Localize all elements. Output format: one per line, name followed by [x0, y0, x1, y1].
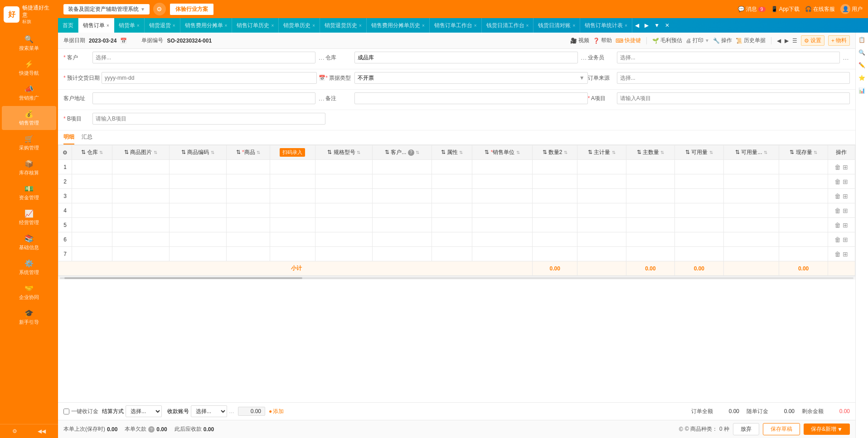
tab-sales-order[interactable]: 销售订单 × [78, 18, 114, 33]
right-panel-search-btn[interactable]: 🔍 [857, 47, 868, 58]
close-tab-icon[interactable]: × [572, 23, 575, 28]
col-goods[interactable]: ⇅ *商品 [226, 145, 270, 160]
right-panel-star-btn[interactable]: ⭐ [857, 72, 868, 83]
right-panel-chart-btn[interactable]: 📊 [857, 85, 868, 96]
horizontal-scrollbar[interactable] [58, 276, 855, 279]
copy-row-icon[interactable]: ⊞ [843, 221, 848, 229]
col-spec[interactable]: ⇅ 规格型号 [315, 145, 373, 160]
close-tab-icon[interactable]: × [312, 23, 315, 28]
tab-sales-order-history[interactable]: 销售订单历史 × [232, 18, 279, 33]
close-tab-icon[interactable]: × [625, 23, 627, 28]
account-ellipsis-btn[interactable]: … [229, 408, 234, 414]
b-project-input[interactable] [92, 113, 325, 125]
right-panel-edit-btn[interactable]: ✏️ [857, 60, 868, 71]
delete-row-icon[interactable]: 🗑 [834, 250, 841, 258]
col-stock[interactable]: ⇅ 现存量 [779, 145, 828, 160]
user-btn[interactable]: 👤 用户 [840, 4, 863, 14]
tab-slip-history[interactable]: 销货单历史 × [279, 18, 320, 33]
tab-prev-btn[interactable]: ◀ [632, 18, 642, 33]
staff-ellipsis-btn[interactable]: … [842, 54, 850, 61]
tab-summary[interactable]: 汇总 [82, 130, 92, 144]
online-service-btn[interactable]: 🎧 在线客服 [805, 5, 835, 13]
system-title[interactable]: 装备及固定资产辅助管理系统 ▼ [63, 4, 150, 14]
save-draft-button[interactable]: 保存草稿 [763, 423, 800, 435]
warehouse-input[interactable] [354, 52, 577, 63]
shortcut-btn[interactable]: ⌨ 快捷键 [616, 37, 641, 44]
invoice-dropdown-icon[interactable]: ▼ [579, 75, 585, 81]
copy-row-icon[interactable]: ⊞ [843, 193, 848, 200]
copy-row-icon[interactable]: ⊞ [843, 236, 848, 243]
copy-row-icon[interactable]: ⊞ [843, 250, 848, 258]
list-view-btn[interactable]: ☰ [792, 38, 797, 44]
tab-sales-return[interactable]: 销货退货 × [145, 18, 180, 33]
right-panel-clipboard-btn[interactable]: 📋 [857, 34, 868, 45]
close-tab-icon[interactable]: × [526, 23, 529, 28]
remark-input[interactable] [354, 92, 587, 104]
sidebar-item-finance[interactable]: 💵 资金管理 [2, 181, 56, 205]
discard-button[interactable]: 放弃 [733, 423, 759, 435]
close-tab-icon[interactable]: × [474, 23, 477, 28]
delivery-calendar-icon[interactable]: 📅 [319, 75, 325, 81]
set-btn[interactable]: ⚙ 设置 [801, 35, 824, 46]
gear-button[interactable]: ⚙ [153, 3, 166, 15]
add-payment-btn[interactable]: ● 添加 [269, 408, 284, 415]
history-btn[interactable]: 📜 历史单据 [736, 37, 766, 44]
sidebar-settings-btn[interactable]: ⚙ [12, 428, 17, 434]
close-tab-icon[interactable]: × [359, 23, 362, 28]
sidebar-item-purchase[interactable]: 🛒 采购管理 [2, 131, 56, 155]
col-qty2[interactable]: ⇅ 数量2 [533, 145, 577, 160]
message-btn[interactable]: 💬 消息 9 [738, 5, 766, 13]
close-tab-icon[interactable]: × [107, 23, 109, 28]
scan-btn[interactable]: 扫码录入 [280, 148, 305, 157]
address-input[interactable] [92, 92, 315, 104]
delete-row-icon[interactable]: 🗑 [834, 193, 841, 200]
operate-btn[interactable]: 🔧 操作 [713, 37, 732, 44]
col-unit[interactable]: ⇅ *销售单位 [472, 145, 532, 160]
print-btn[interactable]: 🖨 打印 ▼ [686, 37, 709, 44]
tab-close-all-btn[interactable]: ✕ [662, 18, 672, 33]
tab-order-stats[interactable]: 销售订单统计表 × [580, 18, 632, 33]
one-click-checkbox[interactable] [63, 409, 69, 414]
a-project-input[interactable] [617, 92, 850, 104]
help-btn[interactable]: ❓ 帮助 [593, 37, 612, 44]
tab-detail[interactable]: 明细 [63, 130, 74, 144]
close-tab-icon[interactable]: × [422, 23, 425, 28]
sidebar-item-search[interactable]: 🔍 搜索菜单 [2, 31, 56, 55]
col-available[interactable]: ⇅ 可用量 [675, 145, 723, 160]
col-property[interactable]: ⇅ 属性 [432, 145, 472, 160]
tab-expand-btn[interactable]: ▼ [651, 18, 662, 33]
prev-record-btn[interactable]: ◀ [777, 38, 781, 44]
next-record-btn[interactable]: ▶ [785, 38, 789, 44]
tab-next-btn[interactable]: ▶ [642, 18, 651, 33]
sidebar-item-sales[interactable]: 💰 销售管理 [2, 106, 56, 130]
customer-ellipsis-btn[interactable]: … [317, 54, 325, 61]
sidebar-item-quicknav[interactable]: ⚡ 快捷导航 [2, 56, 56, 80]
sidebar-item-enterprise[interactable]: 🤝 企业协同 [2, 280, 56, 304]
copy-row-icon[interactable]: ⊞ [843, 178, 848, 185]
customer-input[interactable] [92, 52, 315, 63]
delete-row-icon[interactable]: 🗑 [834, 221, 841, 229]
copy-row-icon[interactable]: ⊞ [843, 164, 848, 171]
delete-row-icon[interactable]: 🗑 [834, 207, 841, 214]
close-tab-icon[interactable]: × [225, 23, 228, 28]
col-warehouse[interactable]: ⇅ 仓库 [72, 145, 112, 160]
close-tab-icon[interactable]: × [137, 23, 140, 28]
col-main-unit[interactable]: ⇅ 主计量 [577, 145, 626, 160]
col-code[interactable]: ⇅ 商品编码 [169, 145, 226, 160]
sidebar-item-marketing[interactable]: 📣 营销推广 [2, 81, 56, 105]
tab-sales-slip[interactable]: 销货单 × [114, 18, 145, 33]
sidebar-item-system[interactable]: ⚙️ 系统管理 [2, 255, 56, 279]
delete-row-icon[interactable]: 🗑 [834, 178, 841, 185]
staff-input[interactable] [617, 52, 840, 63]
tab-return-history[interactable]: 销货退货历史 × [320, 18, 367, 33]
add-material-btn[interactable]: + 物料 [828, 35, 850, 46]
col-available2[interactable]: ⇅ 可用量... [723, 145, 779, 160]
copy-row-icon[interactable]: ⊞ [843, 207, 848, 214]
warehouse-ellipsis-btn[interactable]: … [580, 54, 588, 61]
tab-sales-fee[interactable]: 销售费用分摊单 × [180, 18, 233, 33]
order-source-input[interactable] [617, 72, 850, 84]
delete-row-icon[interactable]: 🗑 [834, 236, 841, 243]
col-settings[interactable]: ⚙ [58, 145, 72, 160]
col-image[interactable]: ⇅ 商品图片 [112, 145, 169, 160]
tab-daily-workbench[interactable]: 钱货日清工作台 × [482, 18, 534, 33]
